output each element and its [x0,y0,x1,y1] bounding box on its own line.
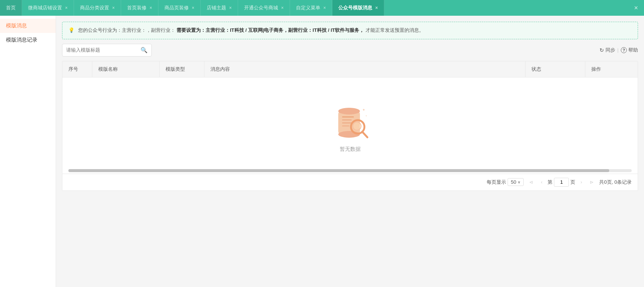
notice-highlight: 需要设置为：主营行业：IT科技 / 互联网|电子商务，副营行业：IT科技 / I… [176,27,364,33]
sync-label: 同步 [606,47,615,54]
svg-rect-7 [342,125,349,126]
content-area: 💡 您的公众号行业为：主营行业：，副营行业： 需要设置为：主营行业：IT科技 /… [56,16,644,287]
tab-product[interactable]: 商品页装修 × [158,0,201,16]
svg-rect-6 [342,122,352,123]
tab-theme[interactable]: 店铺主题 × [201,0,238,16]
page-number-input[interactable] [554,178,569,187]
sidebar-item-template-msg[interactable]: 模版消息 [0,19,56,33]
sidebar-item-template-msg-label: 模版消息 [6,22,27,28]
next-page-button[interactable]: › [577,178,586,187]
last-page-button[interactable]: ⊳ [587,178,596,187]
per-page-value: 50 [511,179,516,185]
prev-page-button[interactable]: ‹ [537,178,546,187]
svg-rect-4 [342,116,354,117]
close-all-button[interactable]: × [628,4,644,12]
th-type: 模版类型 [160,61,204,77]
help-label: 帮助 [628,47,638,54]
svg-point-2 [338,108,360,115]
tab-custommenu[interactable]: 自定义菜单 × [290,0,332,16]
tab-wshop-close[interactable]: × [65,6,68,10]
empty-text: 暂无数据 [340,146,361,153]
per-page-dropdown[interactable]: 50 ∨ [508,178,524,186]
notice-prefix: 您的公众号行业为：主营行业：，副营行业： [78,27,175,33]
th-content: 消息内容 [204,61,526,77]
table-header: 序号 模版名称 模版类型 消息内容 状态 操作 [62,61,638,77]
tab-homepage[interactable]: 首页装修 × [121,0,158,16]
th-status: 状态 [526,61,585,77]
notice-box: 💡 您的公众号行业为：主营行业：，副营行业： 需要设置为：主营行业：IT科技 /… [62,22,638,39]
sidebar-item-template-msg-record[interactable]: 模版消息记录 [0,33,56,47]
tab-templatemsg[interactable]: 公众号模版消息 × [332,0,384,16]
notice-suffix: 才能正常发送预置的消息。 [366,27,424,33]
tab-openstore-close[interactable]: × [281,6,284,10]
svg-point-9 [353,122,361,130]
help-icon: ? [621,47,627,53]
help-button[interactable]: ? 帮助 [621,47,638,54]
tab-category-label: 商品分类设置 [80,4,109,11]
tab-bar: 首页 微商城店铺设置 × 商品分类设置 × 首页装修 × 商品页装修 × 店铺主… [0,0,644,16]
search-icon[interactable]: 🔍 [141,47,148,54]
svg-rect-5 [342,119,352,120]
th-action: 操作 [585,61,638,77]
main-layout: 模版消息 模版消息记录 💡 您的公众号行业为：主营行业：，副营行业： 需要设置为… [0,16,644,287]
tab-homepage-close[interactable]: × [150,6,152,10]
th-name: 模版名称 [92,61,160,77]
sync-button[interactable]: ↻ 同步 [600,47,615,54]
tab-product-close[interactable]: × [192,6,194,10]
tab-category-close[interactable]: × [112,6,115,10]
svg-text:✦: ✦ [362,108,365,112]
page-label-suffix: 页 [570,179,575,186]
divider: | [617,47,619,53]
scroll-thumb [68,169,609,172]
tab-theme-label: 店铺主题 [207,4,226,11]
th-index: 序号 [62,61,92,77]
dropdown-arrow-icon: ∨ [518,180,520,184]
sidebar: 模版消息 模版消息记录 [0,16,56,287]
tab-home-label: 首页 [6,4,16,11]
search-input[interactable] [66,47,141,53]
svg-line-10 [362,132,367,137]
tab-product-label: 商品页装修 [164,4,189,11]
scroll-track[interactable] [68,169,632,172]
page-total: 共0页, 0条记录 [599,179,632,186]
tab-templatemsg-label: 公众号模版消息 [338,4,372,11]
per-page-label: 每页显示 [487,179,506,186]
page-size-select: 每页显示 50 ∨ [487,178,524,186]
tab-custommenu-label: 自定义菜单 [296,4,320,11]
table-container: 序号 模版名称 模版类型 消息内容 状态 操作 [62,61,638,191]
tab-openstore-label: 开通公众号商城 [244,4,278,11]
tab-theme-close[interactable]: × [229,6,232,10]
empty-illustration: ✦ ✦ [328,100,373,146]
tab-homepage-label: 首页装修 [127,4,147,11]
search-actions: ↻ 同步 | ? 帮助 [600,47,638,54]
tab-templatemsg-close[interactable]: × [375,6,378,10]
tab-wshop-label: 微商城店铺设置 [28,4,62,11]
search-bar: 🔍 ↻ 同步 | ? 帮助 [62,44,638,57]
sync-icon: ↻ [600,47,604,53]
tab-category[interactable]: 商品分类设置 × [74,0,121,16]
svg-text:✦: ✦ [365,115,367,117]
first-page-button[interactable]: ⊲ [527,178,536,187]
page-label-prefix: 第 [548,179,552,186]
tab-home[interactable]: 首页 [0,0,22,16]
tab-custommenu-close[interactable]: × [323,6,326,10]
notice-icon: 💡 [68,27,74,33]
tab-openstore[interactable]: 开通公众号商城 × [238,0,290,16]
sidebar-item-template-msg-record-label: 模版消息记录 [6,37,37,43]
search-input-wrap: 🔍 [62,44,152,57]
pagination: 每页显示 50 ∨ ⊲ ‹ 第 页 › ⊳ 共0页, 0条记录 [62,174,638,190]
empty-state: ✦ ✦ 暂无数据 [62,77,638,168]
tab-wshop[interactable]: 微商城店铺设置 × [22,0,74,16]
page-nav: ⊲ ‹ 第 页 › ⊳ [527,178,596,187]
